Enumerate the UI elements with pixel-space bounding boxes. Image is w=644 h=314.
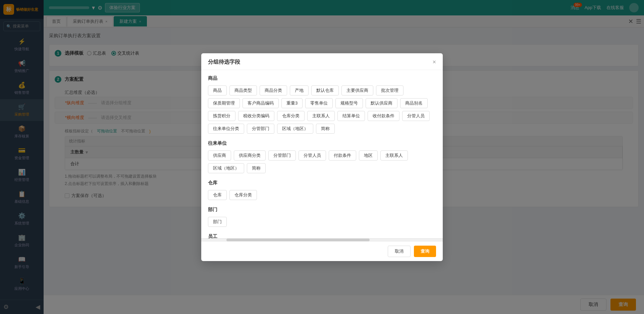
field-default-supplier[interactable]: 默认供应商 (366, 98, 397, 108)
field-goods-category[interactable]: 商品分类 (260, 85, 287, 96)
horizontal-scrollbar[interactable] (201, 238, 443, 241)
field-goods-type[interactable]: 商品类型 (229, 85, 257, 96)
field-batch-mgmt[interactable]: 批次管理 (376, 85, 404, 96)
dept-field-tags: 部门 (208, 217, 436, 227)
section-dept-title: 部门 (208, 207, 436, 213)
field-supplier-category[interactable]: 供应商分类 (234, 150, 266, 161)
field-default-warehouse[interactable]: 默认仓库 (311, 85, 339, 96)
field-main-contact[interactable]: 主联系人 (307, 111, 335, 121)
goods-field-tags: 商品 商品类型 商品分类 产地 默认仓库 主要供应商 批次管理 保质期管理 客户… (208, 85, 436, 134)
section-emp-title: 员工 (208, 234, 436, 238)
section-warehouse: 仓库 仓库 仓库分类 (208, 180, 436, 200)
partner-field-tags: 供应商 供应商分类 分管部门 分管人员 付款条件 地区 主联系人 区域（地区） … (208, 150, 436, 173)
modal-title: 分组待选字段 (208, 59, 240, 66)
modal-close-button[interactable]: × (432, 59, 436, 65)
field-manage-person[interactable]: 分管人员 (299, 150, 326, 161)
field-area[interactable]: 区域（地区） (277, 124, 313, 134)
field-abbr[interactable]: 简称 (316, 124, 335, 134)
field-goods[interactable]: 商品 (208, 85, 227, 96)
field-customer-code[interactable]: 客户商品编码 (243, 98, 279, 108)
field-spec-type[interactable]: 规格型号 (335, 98, 363, 108)
section-employee: 员工 业务员 (208, 234, 436, 238)
field-supervisor[interactable]: 分管人员 (402, 111, 430, 121)
field-abbr2[interactable]: 简称 (247, 163, 266, 173)
field-warehouse-category[interactable]: 仓库分类 (277, 111, 305, 121)
field-weight3[interactable]: 重量3 (281, 98, 303, 108)
field-contact[interactable]: 主联系人 (380, 150, 408, 161)
field-retail-unit[interactable]: 零售单位 (305, 98, 333, 108)
field-payment-terms[interactable]: 收付款条件 (368, 111, 399, 121)
field-manage-dept[interactable]: 分管部门 (268, 150, 296, 161)
section-goods-title: 商品 (208, 75, 436, 81)
field-shelf-life[interactable]: 保质期管理 (208, 98, 240, 108)
field-dept[interactable]: 分管部门 (247, 124, 274, 134)
field-payment-cond[interactable]: 付款条件 (329, 150, 356, 161)
modal-confirm-button[interactable]: 查询 (414, 246, 436, 257)
modal-body[interactable]: 商品 商品 商品类型 商品分类 产地 默认仓库 主要供应商 批次管理 保质期管理… (201, 70, 443, 238)
modal-header: 分组待选字段 × (201, 53, 443, 70)
field-wh-cat[interactable]: 仓库分类 (229, 190, 257, 200)
modal-cancel-button[interactable]: 取消 (388, 246, 411, 257)
field-lottery-points[interactable]: 拣货积分 (208, 111, 235, 121)
field-main-supplier[interactable]: 主要供应商 (341, 85, 373, 96)
field-area2[interactable]: 区域（地区） (208, 163, 244, 173)
field-tax-code[interactable]: 税收分类编码 (238, 111, 274, 121)
section-partner-title: 往来单位 (208, 140, 436, 146)
field-settlement-unit[interactable]: 结算单位 (337, 111, 365, 121)
warehouse-field-tags: 仓库 仓库分类 (208, 190, 436, 200)
field-goods-alias[interactable]: 商品别名 (400, 98, 428, 108)
field-from-unit[interactable]: 往来单位分类 (208, 124, 244, 134)
modal-footer: 取消 查询 (201, 241, 443, 261)
field-select-modal: 分组待选字段 × 商品 商品 商品类型 商品分类 产地 默认仓库 主要供应商 批… (201, 53, 443, 261)
field-dep[interactable]: 部门 (208, 217, 227, 227)
section-partner: 往来单位 供应商 供应商分类 分管部门 分管人员 付款条件 地区 主联系人 区域… (208, 140, 436, 173)
modal-overlay[interactable]: 分组待选字段 × 商品 商品 商品类型 商品分类 产地 默认仓库 主要供应商 批… (0, 0, 644, 314)
field-origin[interactable]: 产地 (290, 85, 309, 96)
field-supplier[interactable]: 供应商 (208, 150, 231, 161)
field-region[interactable]: 地区 (359, 150, 378, 161)
h-scroll-thumb[interactable] (226, 239, 370, 241)
section-goods: 商品 商品 商品类型 商品分类 产地 默认仓库 主要供应商 批次管理 保质期管理… (208, 75, 436, 134)
field-wh[interactable]: 仓库 (208, 190, 227, 200)
section-department: 部门 部门 (208, 207, 436, 227)
section-warehouse-title: 仓库 (208, 180, 436, 186)
